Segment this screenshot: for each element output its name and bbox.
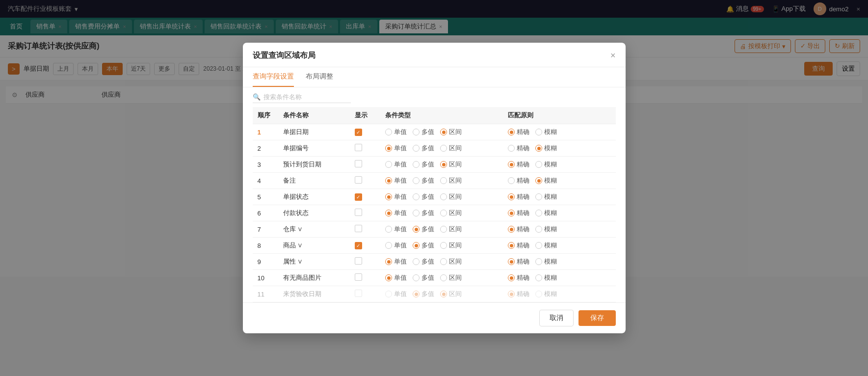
- type-radio-single[interactable]: 单值: [385, 176, 407, 185]
- radio-label-single: 单值: [394, 273, 407, 277]
- cell-match: 精确模糊: [503, 189, 615, 205]
- cell-show[interactable]: [350, 173, 381, 189]
- show-checkbox[interactable]: [355, 144, 362, 151]
- type-radio-single[interactable]: 单值: [385, 257, 407, 266]
- show-checkbox[interactable]: [355, 242, 362, 249]
- cell-show[interactable]: [350, 157, 381, 173]
- match-label-precise: 精确: [517, 241, 529, 250]
- type-radio-multi[interactable]: 多值: [413, 241, 434, 250]
- cell-show[interactable]: [350, 254, 381, 270]
- type-radio-range[interactable]: 区间: [440, 273, 462, 277]
- cell-show[interactable]: [350, 205, 381, 221]
- type-radio-multi[interactable]: 多值: [413, 128, 434, 136]
- show-checkbox[interactable]: [355, 273, 362, 277]
- match-radio-precise[interactable]: 精确: [508, 225, 529, 234]
- type-radio-range[interactable]: 区间: [440, 176, 462, 185]
- cell-show[interactable]: [350, 238, 381, 254]
- type-radio-single[interactable]: 单值: [385, 192, 407, 201]
- type-radio-single[interactable]: 单值: [385, 241, 407, 250]
- match-radio-fuzzy[interactable]: 模糊: [535, 241, 557, 250]
- match-radio-precise[interactable]: 精确: [508, 128, 529, 136]
- match-radio-fuzzy[interactable]: 模糊: [535, 160, 557, 169]
- cell-order: 6: [253, 205, 278, 221]
- cell-name: 备注: [278, 173, 350, 189]
- cell-show[interactable]: [350, 270, 381, 277]
- cell-match: 精确模糊: [503, 254, 615, 270]
- type-radio-range[interactable]: 区间: [440, 257, 462, 266]
- radio-label-single: 单值: [394, 144, 407, 153]
- show-checkbox[interactable]: [355, 193, 362, 201]
- match-label-fuzzy: 模糊: [544, 209, 557, 217]
- match-dot-fuzzy: [535, 145, 542, 152]
- type-radio-single[interactable]: 单值: [385, 160, 407, 169]
- type-radio-single[interactable]: 单值: [385, 209, 407, 217]
- match-label-fuzzy: 模糊: [544, 176, 557, 185]
- type-radio-multi[interactable]: 多值: [413, 192, 434, 201]
- cell-name: 属性 ∨: [278, 254, 350, 270]
- show-checkbox[interactable]: [355, 225, 362, 232]
- match-radio-fuzzy[interactable]: 模糊: [535, 176, 557, 185]
- type-radio-range[interactable]: 区间: [440, 128, 462, 136]
- match-radio-precise[interactable]: 精确: [508, 209, 529, 217]
- table-row: 7仓库 ∨单值多值区间精确模糊: [253, 221, 616, 238]
- cell-type: 单值多值区间: [380, 189, 503, 205]
- match-radio-precise[interactable]: 精确: [508, 160, 529, 169]
- search-box: 🔍: [253, 93, 351, 103]
- match-radio-fuzzy[interactable]: 模糊: [535, 225, 557, 234]
- show-checkbox[interactable]: [355, 257, 362, 265]
- type-radio-single[interactable]: 单值: [385, 128, 407, 136]
- type-radio-range[interactable]: 区间: [440, 241, 462, 250]
- type-radio-single[interactable]: 单值: [385, 225, 407, 234]
- type-radio-multi[interactable]: 多值: [413, 209, 434, 217]
- type-radio-multi[interactable]: 多值: [413, 144, 434, 153]
- modal-overlay: 设置查询区域布局 × 查询字段设置 布局调整 🔍 顺序 条件名称 显示: [0, 0, 868, 277]
- match-radio-fuzzy[interactable]: 模糊: [535, 209, 557, 217]
- match-radio-fuzzy[interactable]: 模糊: [535, 257, 557, 266]
- type-radio-single[interactable]: 单值: [385, 273, 407, 277]
- type-radio-multi[interactable]: 多值: [413, 225, 434, 234]
- cell-show[interactable]: [350, 124, 381, 140]
- match-radio-precise[interactable]: 精确: [508, 273, 529, 277]
- match-dot-precise: [508, 177, 515, 184]
- type-radio-range[interactable]: 区间: [440, 144, 462, 153]
- cell-show[interactable]: [350, 140, 381, 157]
- match-radio-precise[interactable]: 精确: [508, 176, 529, 185]
- show-checkbox[interactable]: [355, 160, 362, 167]
- cell-type: 单值多值区间: [380, 205, 503, 221]
- match-radio-precise[interactable]: 精确: [508, 257, 529, 266]
- type-radio-range[interactable]: 区间: [440, 225, 462, 234]
- search-input[interactable]: [263, 93, 342, 101]
- type-radio-multi[interactable]: 多值: [413, 273, 434, 277]
- show-checkbox[interactable]: [355, 209, 362, 216]
- match-label-fuzzy: 模糊: [544, 192, 557, 201]
- show-checkbox[interactable]: [355, 129, 362, 136]
- match-radio-precise[interactable]: 精确: [508, 144, 529, 153]
- type-radio-range[interactable]: 区间: [440, 209, 462, 217]
- match-radio-precise[interactable]: 精确: [508, 241, 529, 250]
- match-label-precise: 精确: [517, 160, 529, 169]
- cell-show[interactable]: [350, 221, 381, 238]
- match-label-fuzzy: 模糊: [544, 160, 557, 169]
- modal-tab-layout[interactable]: 布局调整: [306, 67, 333, 87]
- modal-tab-query-fields[interactable]: 查询字段设置: [253, 67, 294, 87]
- type-radio-multi[interactable]: 多值: [413, 160, 434, 169]
- type-radio-range[interactable]: 区间: [440, 160, 462, 169]
- type-radio-range[interactable]: 区间: [440, 192, 462, 201]
- type-radio-multi[interactable]: 多值: [413, 257, 434, 266]
- match-radio-fuzzy[interactable]: 模糊: [535, 128, 557, 136]
- cell-name: 商品 ∨: [278, 238, 350, 254]
- match-radio-precise[interactable]: 精确: [508, 192, 529, 201]
- cell-show[interactable]: [350, 189, 381, 205]
- radio-dot-multi: [413, 274, 420, 277]
- match-radio-fuzzy[interactable]: 模糊: [535, 273, 557, 277]
- modal-close-button[interactable]: ×: [610, 51, 616, 61]
- type-radio-multi[interactable]: 多值: [413, 176, 434, 185]
- type-radio-single[interactable]: 单值: [385, 144, 407, 153]
- table-row: 6付款状态单值多值区间精确模糊: [253, 205, 616, 221]
- match-label-fuzzy: 模糊: [544, 225, 557, 234]
- radio-dot-multi: [413, 177, 420, 184]
- radio-label-single: 单值: [394, 128, 407, 136]
- match-radio-fuzzy[interactable]: 模糊: [535, 192, 557, 201]
- match-radio-fuzzy[interactable]: 模糊: [535, 144, 557, 153]
- show-checkbox[interactable]: [355, 176, 362, 184]
